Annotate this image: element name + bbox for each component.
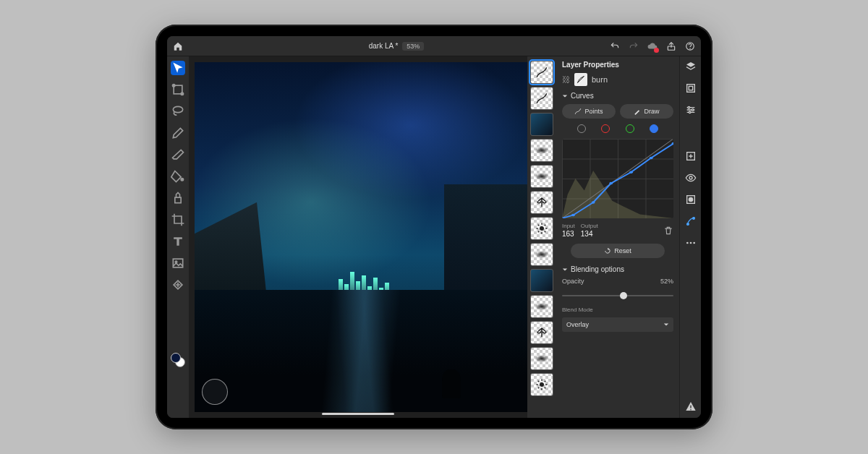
blendmode-value: Overlay [566,321,589,328]
svg-point-5 [181,93,183,95]
layer-thumb[interactable] [530,321,553,344]
layer-thumb[interactable] [530,191,553,214]
channel-red[interactable] [601,124,610,133]
points-label: Points [584,108,603,115]
layer-name[interactable]: burn [592,75,608,84]
warning-icon[interactable] [685,401,697,412]
svg-rect-8 [175,197,181,203]
svg-point-17 [592,201,595,204]
adjustments-icon[interactable] [685,104,697,116]
curves-label: Curves [571,92,594,100]
lasso-tool[interactable] [171,104,185,119]
blendmode-select[interactable]: Overlay [562,317,673,332]
svg-point-26 [689,111,691,113]
reset-button[interactable]: Reset [571,244,665,258]
layer-thumb[interactable] [530,139,553,162]
layers-panel-icon[interactable] [685,61,697,72]
transform-tool[interactable] [171,82,185,97]
channel-rgb[interactable] [577,124,586,133]
zoom-level[interactable]: 53% [402,42,424,51]
document-title-area: dark LA * 53% [183,42,610,51]
svg-point-33 [686,242,689,244]
layer-thumb[interactable] [530,87,553,110]
brush-preview[interactable] [202,379,228,405]
color-swatch[interactable] [171,353,185,367]
layer-thumb[interactable] [530,217,553,240]
undo-icon[interactable] [610,41,620,51]
draw-label: Draw [644,108,659,115]
chain-icon[interactable]: ⛓ [562,75,570,84]
channel-blue[interactable] [650,124,658,133]
canvas-area[interactable] [189,56,527,418]
scene-person [442,369,461,398]
help-icon[interactable] [685,41,695,51]
svg-point-31 [686,223,689,226]
opacity-label: Opacity [562,278,584,285]
channel-row [562,123,673,134]
heal-tool[interactable] [171,278,185,292]
svg-point-35 [693,242,695,244]
layer-strip [527,56,556,418]
svg-rect-22 [686,85,694,93]
svg-point-32 [692,218,694,220]
output-label: Output [581,223,598,229]
blending-section-header[interactable]: Blending options [562,265,673,273]
blending-label: Blending options [571,265,624,273]
svg-point-20 [650,157,653,160]
ipad-home-indicator[interactable] [322,413,394,415]
cloud-sync-icon[interactable] [647,41,658,51]
svg-rect-37 [690,409,691,410]
output-value[interactable]: 134 [581,230,598,238]
layer-thumb-icon[interactable] [574,73,587,86]
layer-thumb[interactable] [530,269,553,292]
home-icon[interactable] [173,41,183,51]
curves-points-button[interactable]: Points [562,104,616,119]
fg-color[interactable] [171,353,181,363]
layer-thumb[interactable] [530,347,553,370]
input-value[interactable]: 163 [562,230,575,238]
visibility-icon[interactable] [685,172,697,184]
opacity-value: 52% [660,278,673,285]
curves-graph[interactable] [562,139,673,218]
svg-point-28 [689,176,692,179]
curve-line[interactable] [562,139,673,218]
redo-icon[interactable] [629,41,639,51]
layer-thumb[interactable] [530,165,553,188]
properties-panel-icon[interactable] [685,82,697,94]
canvas-image[interactable] [195,62,527,412]
clone-tool[interactable] [171,191,185,205]
brush-tool[interactable] [171,126,185,140]
layer-thumb[interactable] [530,243,553,266]
chevron-down-icon [663,322,669,327]
more-icon[interactable] [685,237,697,249]
fill-tool[interactable] [171,169,185,184]
layer-thumb[interactable] [530,113,553,136]
type-tool[interactable] [171,234,185,249]
left-toolbar [167,56,189,418]
svg-point-12 [540,226,544,231]
svg-point-25 [692,109,694,111]
channel-green[interactable] [626,124,634,133]
svg-point-16 [571,214,575,217]
place-image-tool[interactable] [171,256,185,270]
svg-point-2 [690,48,691,49]
share-icon[interactable] [666,41,676,51]
layer-thumb[interactable] [530,373,553,396]
curves-section-header[interactable]: Curves [562,92,673,100]
eraser-tool[interactable] [171,147,185,162]
fx-icon[interactable] [685,215,697,227]
crop-tool[interactable] [171,213,185,227]
curves-draw-button[interactable]: Draw [620,104,673,119]
move-tool[interactable] [171,61,185,75]
layer-thumb[interactable] [530,61,553,84]
svg-point-24 [688,106,690,108]
panel-title: Layer Properties [562,61,673,69]
layer-thumb[interactable] [530,295,553,318]
opacity-slider[interactable] [562,291,673,301]
svg-point-6 [173,106,182,112]
delete-point-icon[interactable] [663,226,673,236]
add-layer-icon[interactable] [685,150,697,162]
document-title: dark LA * [369,42,399,50]
svg-rect-23 [689,86,692,90]
mask-icon[interactable] [685,194,697,205]
